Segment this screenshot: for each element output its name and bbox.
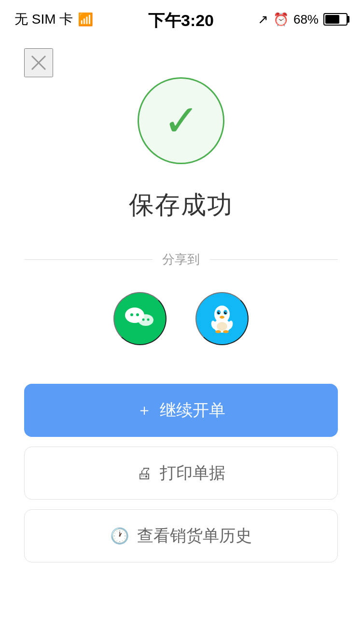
wechat-share-button[interactable] [113, 292, 167, 345]
battery-icon [323, 13, 348, 26]
history-label: 查看销货单历史 [137, 525, 252, 547]
share-label: 分享到 [153, 251, 209, 268]
svg-point-19 [223, 330, 229, 333]
checkmark-icon: ✓ [163, 99, 199, 142]
svg-point-17 [217, 322, 227, 331]
qq-share-button[interactable] [195, 292, 249, 345]
svg-point-14 [225, 312, 226, 313]
wifi-icon: 📶 [78, 12, 93, 27]
print-icon: 🖨 [137, 464, 152, 482]
svg-point-10 [218, 312, 220, 314]
location-icon: ↗ [258, 12, 268, 27]
close-button[interactable] [24, 48, 53, 77]
print-label: 打印单据 [160, 462, 225, 484]
divider-left [24, 259, 153, 260]
status-left: 无 SIM 卡 📶 [14, 10, 93, 28]
svg-point-7 [147, 319, 150, 321]
continue-label: 继续开单 [160, 399, 225, 421]
svg-point-6 [142, 319, 145, 321]
clock-icon: 🕐 [110, 527, 129, 545]
no-sim-label: 无 SIM 卡 [14, 10, 73, 28]
print-button[interactable]: 🖨 打印单据 [24, 447, 338, 500]
svg-point-18 [215, 330, 221, 333]
svg-point-3 [138, 314, 153, 326]
action-buttons: ＋ 继续开单 🖨 打印单据 🕐 查看销货单历史 [0, 384, 362, 562]
svg-point-15 [220, 316, 224, 319]
qq-icon [205, 302, 239, 336]
svg-point-5 [136, 313, 139, 316]
status-right: ↗ ⏰ 68% [258, 12, 348, 27]
success-title: 保存成功 [129, 188, 233, 222]
alarm-icon: ⏰ [273, 12, 289, 27]
main-content: ✓ 保存成功 分享到 [0, 39, 362, 562]
success-circle: ✓ [138, 77, 224, 164]
share-divider: 分享到 [0, 251, 362, 268]
svg-point-4 [130, 313, 133, 316]
divider-right [209, 259, 338, 260]
svg-point-13 [224, 312, 227, 314]
status-time: 下午3:20 [148, 10, 214, 32]
plus-icon: ＋ [137, 400, 152, 421]
history-button[interactable]: 🕐 查看销货单历史 [24, 509, 338, 562]
status-bar: 无 SIM 卡 📶 下午3:20 ↗ ⏰ 68% [0, 0, 362, 39]
svg-point-11 [219, 312, 220, 313]
continue-button[interactable]: ＋ 继续开单 [24, 384, 338, 437]
share-icons [113, 292, 249, 345]
close-icon [30, 54, 47, 71]
wechat-icon [123, 302, 157, 336]
battery-percent: 68% [293, 12, 319, 27]
